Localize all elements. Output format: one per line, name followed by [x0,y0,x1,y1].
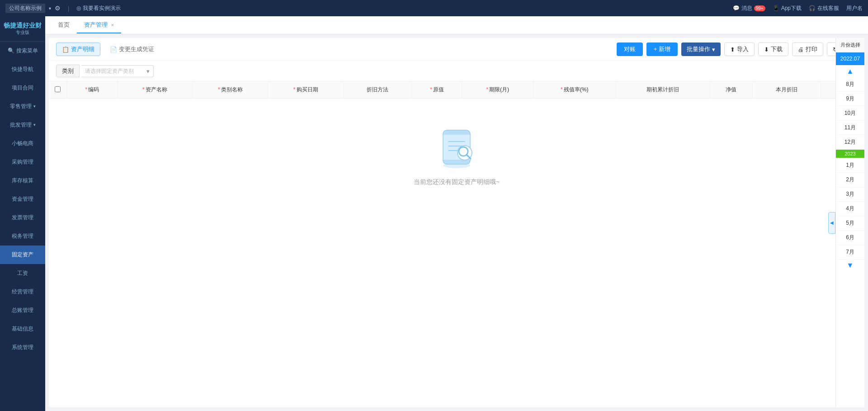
import-button[interactable]: ⬆ 导入 [724,43,755,56]
app-download-action[interactable]: 📱 App下载 [773,5,802,12]
demo-link[interactable]: ◎ 我要看实例演示 [76,5,121,12]
month-panel-header: 月份选择 [836,38,864,52]
page-content: 📋 资产明细 📄 变更生成凭证 对账 + 新增 批量操作 ▾ [49,38,864,407]
sidebar-item-inventory[interactable]: 库存核算 [0,171,45,190]
category-dropdown-icon: ▾ [146,68,150,75]
month-item-11[interactable]: 11月 [836,121,864,135]
reconcile-button[interactable]: 对账 [617,43,643,56]
print-button[interactable]: 🖨 打印 [792,43,823,56]
current-year-badge: 2023 [836,150,864,158]
sidebar-item-project-contract[interactable]: 项目合同 [0,79,45,97]
brand-title: 畅捷通好业财 [4,22,42,29]
month-panel: 月份选择 2022.07 ▲ 8月 9月 10月 11月 12月 2023 1月… [835,38,864,407]
header-right: 💬 消息 99+ 📱 App下载 🎧 在线客服 用户名 [733,5,863,12]
top-header: 公司名称示例 ▾ ⚙ | ◎ 我要看实例演示 💬 消息 99+ 📱 App下载 … [0,0,868,16]
sidebar-item-tax[interactable]: 税务管理 [0,227,45,246]
col-purchase-date: *购买日期 [268,81,344,99]
search-icon: 🔍 [8,47,14,54]
col-code: *编码 [67,81,117,99]
select-all-checkbox[interactable] [55,86,61,92]
message-badge: 99+ [754,5,765,11]
tab-home[interactable]: 首页 [51,17,77,33]
inner-content: 📋 资产明细 📄 变更生成凭证 对账 + 新增 批量操作 ▾ [49,38,864,407]
main-layout: 畅捷通好业财 专业版 🔍 搜索菜单 快捷导航 项目合同 零售管理 ▾ 批发管理 … [0,16,868,411]
sidebar-item-search[interactable]: 🔍 搜索菜单 [0,42,45,60]
filter-bar: 类别 请选择固定资产类别 ▾ [49,61,864,81]
month-item-7[interactable]: 7月 [836,245,864,260]
content-area: 首页 资产管理 × 📋 资产明细 📄 [45,16,868,411]
sidebar-item-purchase[interactable]: 采购管理 [0,153,45,171]
sidebar-item-retail[interactable]: 零售管理 ▾ [0,97,45,116]
batch-dropdown-icon: ▾ [712,46,715,53]
category-label: 类别 [56,65,80,77]
month-item-3[interactable]: 3月 [836,187,864,202]
online-service-action[interactable]: 🎧 在线客服 [809,5,839,12]
tab-bar: 首页 资产管理 × [45,16,868,34]
sidebar-item-fixed-assets[interactable]: 固定资产 [0,246,45,264]
batch-operations-button[interactable]: 批量操作 ▾ [681,43,721,56]
month-item-2[interactable]: 2月 [836,173,864,187]
panel-toggle-icon: ◀ [830,220,834,225]
sidebar-item-quick-nav[interactable]: 快捷导航 [0,60,45,79]
category-filter: 类别 请选择固定资产类别 ▾ [56,65,154,77]
add-new-button[interactable]: + 新增 [646,43,678,56]
sub-tab-change-voucher[interactable]: 📄 变更生成凭证 [104,43,160,56]
month-selected-display[interactable]: 2022.07 [836,52,864,66]
month-item-1[interactable]: 1月 [836,158,864,173]
app-download-icon: 📱 [773,5,779,11]
sub-tab-asset-detail[interactable]: 📋 资产明细 [56,43,100,56]
col-checkbox [49,81,67,99]
company-name[interactable]: 公司名称示例 [5,4,45,13]
sub-tab-bar: 📋 资产明细 📄 变更生成凭证 对账 + 新增 批量操作 ▾ [49,38,864,61]
header-left: 公司名称示例 ▾ ⚙ | ◎ 我要看实例演示 [5,4,121,13]
col-category-name: *类别名称 [193,81,268,99]
message-icon: 💬 [733,5,740,11]
empty-icon [429,126,484,171]
col-depreciation-method: 折旧方法 [344,81,412,99]
month-nav-up[interactable]: ▲ [836,66,864,77]
col-residual-rate: *残值率(%) [533,81,616,99]
brand: 畅捷通好业财 专业版 [0,16,45,42]
message-action[interactable]: 💬 消息 99+ [733,5,765,12]
month-item-6[interactable]: 6月 [836,231,864,245]
category-select[interactable]: 请选择固定资产类别 ▾ [81,65,154,77]
sidebar-item-operation[interactable]: 经营管理 [0,283,45,301]
sub-tab-bar-left: 📋 资产明细 📄 变更生成凭证 [56,43,160,56]
user-name[interactable]: 用户名 [846,5,863,12]
col-monthly-depreciation: 本月折旧 [753,81,821,99]
sidebar-item-ecommerce[interactable]: 小畅电商 [0,134,45,153]
month-item-8[interactable]: 8月 [836,77,864,92]
retail-arrow-icon: ▾ [33,104,36,109]
month-item-5[interactable]: 5月 [836,216,864,231]
sidebar-item-fund[interactable]: 资金管理 [0,190,45,208]
download-button[interactable]: ⬇ 下载 [758,43,788,56]
sidebar-item-system[interactable]: 系统管理 [0,338,45,357]
sidebar: 畅捷通好业财 专业版 🔍 搜索菜单 快捷导航 项目合同 零售管理 ▾ 批发管理 … [0,16,45,411]
sidebar-item-batch[interactable]: 批发管理 ▾ [0,116,45,134]
tab-close-icon[interactable]: × [111,22,114,28]
asset-detail-icon: 📋 [62,46,69,53]
tab-asset-management[interactable]: 资产管理 × [77,17,121,33]
settings-icon[interactable]: ⚙ [55,5,61,12]
month-item-12[interactable]: 12月 [836,135,864,150]
sidebar-item-ledger[interactable]: 总账管理 [0,301,45,320]
demo-icon: ◎ [76,5,81,11]
table-container[interactable]: *编码 *资产名称 *类别名称 *购买日期 折旧方法 *原值 *期限(月) *残… [49,81,864,407]
col-period: *期限(月) [462,81,533,99]
batch-arrow-icon: ▾ [33,123,36,127]
empty-message: 当前您还没有固定资产明细哦~ [414,178,500,186]
month-item-4[interactable]: 4月 [836,202,864,216]
sidebar-item-invoice[interactable]: 发票管理 [0,208,45,227]
action-bar: 对账 + 新增 批量操作 ▾ ⬆ 导入 ⬇ 下载 [617,43,857,56]
online-service-icon: 🎧 [809,5,816,11]
download-icon: ⬇ [764,46,769,53]
change-voucher-icon: 📄 [110,46,117,53]
col-asset-name: *资产名称 [117,81,193,99]
sidebar-item-basic-info[interactable]: 基础信息 [0,320,45,338]
month-item-9[interactable]: 9月 [836,92,864,106]
month-panel-toggle[interactable]: ◀ [828,212,835,234]
sidebar-item-salary[interactable]: 工资 [0,264,45,283]
month-nav-down[interactable]: ▼ [836,260,864,271]
month-item-10[interactable]: 10月 [836,106,864,121]
company-dropdown-icon[interactable]: ▾ [49,6,51,11]
